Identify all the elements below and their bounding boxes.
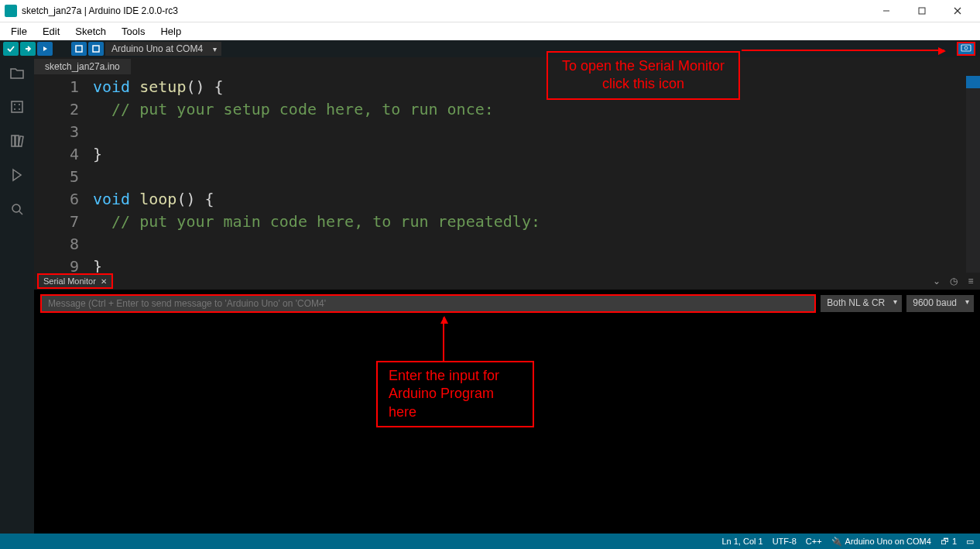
status-board[interactable]: 🔌 Arduino Uno on COM4 bbox=[831, 537, 931, 547]
menu-sketch[interactable]: Sketch bbox=[67, 24, 114, 39]
tb-btn-a[interactable] bbox=[71, 42, 87, 56]
svg-point-12 bbox=[19, 108, 20, 110]
svg-point-11 bbox=[14, 108, 15, 110]
status-cursor[interactable]: Ln 1, Col 1 bbox=[721, 537, 762, 546]
tb-btn-b[interactable] bbox=[88, 42, 104, 56]
menu-edit[interactable]: Edit bbox=[35, 24, 67, 39]
svg-rect-4 bbox=[76, 46, 82, 52]
status-bar: Ln 1, Col 1 UTF-8 C++ 🔌 Arduino Uno on C… bbox=[0, 534, 980, 549]
status-encoding[interactable]: UTF-8 bbox=[773, 537, 797, 546]
svg-rect-1 bbox=[919, 8, 925, 14]
line-ending-select[interactable]: Both NL & CR bbox=[821, 295, 902, 312]
debug-button[interactable] bbox=[37, 42, 53, 56]
svg-point-9 bbox=[14, 104, 15, 105]
svg-rect-13 bbox=[12, 136, 15, 146]
library-manager-icon[interactable] bbox=[5, 129, 29, 153]
annotation-arrow-top bbox=[742, 50, 944, 51]
menu-file[interactable]: File bbox=[3, 24, 35, 39]
svg-point-16 bbox=[12, 204, 20, 212]
toolbar: Arduino Uno at COM4 bbox=[0, 40, 980, 57]
menu-bar: File Edit Sketch Tools Help bbox=[0, 22, 980, 40]
status-language[interactable]: C++ bbox=[806, 537, 822, 546]
sketchbook-icon[interactable] bbox=[5, 60, 29, 85]
editor-tabs: sketch_jan27a.ino bbox=[34, 57, 980, 76]
upload-button[interactable] bbox=[20, 42, 36, 56]
close-icon[interactable]: ✕ bbox=[101, 277, 107, 286]
annotation-top: To open the Serial Monitor click this ic… bbox=[547, 51, 740, 100]
window-titlebar: sketch_jan27a | Arduino IDE 2.0.0-rc3 bbox=[0, 0, 980, 22]
svg-point-7 bbox=[965, 46, 968, 50]
verify-button[interactable] bbox=[3, 42, 19, 56]
serial-input[interactable] bbox=[40, 294, 816, 313]
svg-rect-8 bbox=[12, 101, 22, 112]
annotation-arrow-bottom bbox=[443, 317, 444, 361]
minimap[interactable] bbox=[966, 76, 980, 273]
menu-help[interactable]: Help bbox=[152, 24, 189, 39]
tab-sketch[interactable]: sketch_jan27a.ino bbox=[34, 59, 132, 74]
annotation-bottom: Enter the input for Arduino Program here bbox=[376, 361, 534, 427]
app-icon bbox=[5, 5, 17, 17]
minimize-button[interactable] bbox=[869, 0, 904, 22]
close-button[interactable] bbox=[940, 0, 975, 22]
serial-monitor-tab-label: Serial Monitor bbox=[43, 276, 96, 286]
code-editor[interactable]: 1void setup() { 2 // put your setup code… bbox=[34, 76, 980, 273]
svg-point-10 bbox=[19, 104, 20, 105]
debug-panel-icon[interactable] bbox=[5, 163, 29, 187]
baud-rate-select[interactable]: 9600 baud bbox=[906, 295, 974, 312]
activity-bar bbox=[0, 57, 34, 534]
bell-icon: 🗗 bbox=[941, 537, 949, 546]
board-selector[interactable]: Arduino Uno at COM4 bbox=[105, 42, 221, 56]
status-notifications[interactable]: 🗗 1 bbox=[941, 537, 957, 546]
clock-icon[interactable]: ◷ bbox=[947, 276, 960, 287]
menu-tools[interactable]: Tools bbox=[114, 24, 152, 39]
status-close-panel[interactable]: ▭ bbox=[966, 537, 974, 547]
chevron-down-icon[interactable]: ⌄ bbox=[930, 276, 943, 287]
clear-icon[interactable]: ≡ bbox=[965, 276, 977, 287]
plug-icon: 🔌 bbox=[831, 537, 842, 547]
serial-monitor-tab[interactable]: Serial Monitor ✕ bbox=[37, 273, 113, 289]
serial-monitor-button[interactable] bbox=[957, 42, 975, 56]
svg-rect-6 bbox=[961, 45, 971, 51]
svg-rect-5 bbox=[93, 46, 99, 52]
maximize-button[interactable] bbox=[904, 0, 940, 22]
boards-manager-icon[interactable] bbox=[5, 94, 29, 119]
window-title: sketch_jan27a | Arduino IDE 2.0.0-rc3 bbox=[22, 5, 869, 16]
svg-line-17 bbox=[19, 211, 22, 214]
search-icon[interactable] bbox=[5, 197, 29, 221]
